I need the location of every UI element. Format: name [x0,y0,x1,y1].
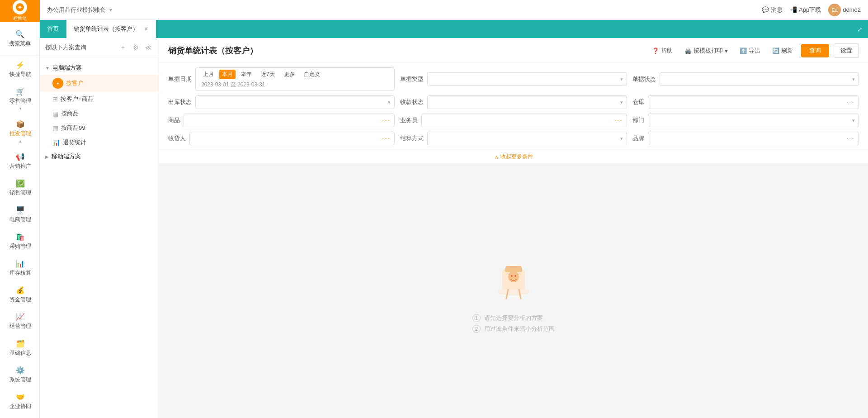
sidebar-item-label: 资金管理 [9,296,31,304]
download-label: App下载 [799,6,821,14]
warehouse-control[interactable]: ··· [648,95,859,109]
sidebar-item-purchase[interactable]: 🛍️ 采购管理 [0,228,39,255]
template-print-button[interactable]: 🖨️ 按模板打印 ▾ [681,45,731,57]
tab-sales-stats-label: 销货单统计表（按客户） [74,25,138,33]
sidebar-item-retail[interactable]: 🛒 零售管理 ▼ [0,83,39,115]
tree-item-by-customer[interactable]: ● 按客户 [40,75,159,92]
out-status-label: 出库状态 [168,98,192,106]
collapse-bar[interactable]: ∧ 收起更多条件 [159,150,868,163]
scheme-panel: 按以下方案查询 ＋ ⚙ ≪ ▼ 电脑端方案 ● [40,38,159,418]
department-dropdown: ▾ [852,118,855,124]
salesman-control[interactable]: ··· [421,114,627,127]
search-menu-icon: 🔍 [15,30,24,38]
hint-item-2: 2 用过滤条件来缩小分析范围 [472,325,555,333]
sidebar-item-ecommerce[interactable]: 🖥️ 电商管理 [0,201,39,228]
enterprise-icon: 🤝 [16,393,25,401]
type-filter-control[interactable]: ▾ [427,72,627,86]
filter-cell-salesman: 业务员 ··· [400,114,627,127]
sidebar-item-enterprise[interactable]: 🤝 企业协同 [0,388,39,415]
settings-button[interactable]: 设置 [834,43,859,58]
tab-home[interactable]: 首页 [40,20,66,38]
tree-item-return-stats[interactable]: 📊 退货统计 [40,135,159,150]
warehouse-label: 仓库 [632,98,644,106]
tree-group-mobile-header[interactable]: ▶ 移动端方案 [40,150,159,163]
filter-cell-settlement: 结算方式 ▾ [400,132,627,145]
refresh-button[interactable]: 🔄 刷新 [769,45,797,57]
date-range-text: 2023-03-01 至 2023-03-31 [201,81,265,89]
sidebar-item-quick-nav[interactable]: ⚡ 快捷导航 [0,56,39,83]
sidebar-item-label: 库存核算 [9,269,31,277]
svg-point-5 [511,275,513,277]
hint-item-1: 1 请先选择要分析的方案 [472,314,555,322]
sidebar-item-basic[interactable]: 🗂️ 基础信息 [0,335,39,361]
header-title: 办公用品行业模拟账套 [47,6,106,14]
settlement-control[interactable]: ▾ [427,132,627,145]
sidebar-item-search-menu[interactable]: 🔍 搜索菜单 [0,25,39,52]
collapse-scheme-button[interactable]: ≪ [143,43,153,52]
download-button[interactable]: 📲 App下载 [790,6,821,14]
out-status-control[interactable]: ▾ [195,95,395,109]
payment-control[interactable]: ▾ [427,95,627,109]
date-btn-7days[interactable]: 近7天 [257,70,278,79]
tree-group-arrow: ▼ [45,66,50,71]
settlement-dropdown: ▾ [620,136,623,142]
date-btn-this-month[interactable]: 本月 [219,70,236,79]
date-btn-last-month[interactable]: 上月 [199,70,217,79]
receiver-control[interactable]: ··· [189,132,395,145]
date-btn-more[interactable]: 更多 [280,70,298,79]
print-dropdown-icon[interactable]: ▾ [725,48,728,54]
active-dot-icon: ● [57,81,59,86]
goods-control[interactable]: ··· [184,114,395,127]
sidebar-item-finance[interactable]: 💰 资金管理 [0,281,39,308]
purchase-icon: 🛍️ [16,233,25,241]
tab-sales-stats[interactable]: 销货单统计表（按客户） ✕ [66,20,156,38]
export-icon: ⬆️ [740,48,747,54]
brand-control[interactable]: ··· [648,132,859,145]
expand-arrow-wholesale: ▲ [19,139,23,143]
date-filter-control[interactable]: 上月 本月 本年 近7天 更多 自定义 2023-03-01 至 2023-03… [195,67,395,91]
tree-group-desktop-header[interactable]: ▼ 电脑端方案 [40,61,159,75]
date-btn-custom[interactable]: 自定义 [300,70,324,79]
tab-expand-button[interactable]: ⤢ [852,24,868,34]
tree-item-icon: ▦ [52,124,58,132]
svg-rect-3 [505,266,522,272]
tab-close-button[interactable]: ✕ [144,26,148,32]
sidebar-item-operations[interactable]: 📈 经营管理 [0,308,39,335]
sidebar-item-inventory[interactable]: 📊 库存核算 [0,255,39,281]
status-filter-control[interactable]: ▾ [660,72,859,86]
date-btn-this-year[interactable]: 本年 [237,70,255,79]
export-button[interactable]: ⬆️ 导出 [736,45,764,57]
help-button[interactable]: ❓ 帮助 [648,45,676,57]
header-dropdown-icon[interactable]: ▾ [109,7,112,13]
status-filter-label: 单据状态 [632,75,656,83]
right-panel: 销货单统计表（按客户） ❓ 帮助 🖨️ 按模板打印 ▾ ⬆️ 导出 [159,38,868,418]
hint-text-1: 请先选择要分析的方案 [484,314,543,322]
query-button[interactable]: 查询 [801,44,829,57]
page-header: 销货单统计表（按客户） ❓ 帮助 🖨️ 按模板打印 ▾ ⬆️ 导出 [159,38,868,63]
tree-item-by-customer-goods[interactable]: ⊞ 按客户+商品 [40,92,159,106]
sidebar-item-guide[interactable]: 🆕 新手引导 [0,415,39,418]
department-control[interactable]: ▾ [648,114,859,127]
tree-item-label: 按客户+商品 [61,95,94,103]
tree-item-by-goods-99[interactable]: ▦ 按商品99 [40,121,159,135]
settings-scheme-button[interactable]: ⚙ [131,43,141,52]
sidebar-item-wholesale[interactable]: 📦 批发管理 ▲ [0,115,39,148]
messages-button[interactable]: 💬 消息 [762,6,783,14]
sidebar-item-label: 电商管理 [9,216,31,223]
sidebar-item-marketing[interactable]: 📢 营销推广 [0,148,39,175]
scheme-title: 按以下方案查询 [45,43,86,52]
export-label: 导出 [749,47,760,55]
filter-row-1: 单据日期 上月 本月 本年 近7天 更多 自定义 2023-03-01 至 20… [159,63,868,95]
expand-arrow-retail: ▼ [19,106,23,111]
content-area: 按以下方案查询 ＋ ⚙ ≪ ▼ 电脑端方案 ● [40,38,868,418]
filter-cell-date: 单据日期 上月 本月 本年 近7天 更多 自定义 2023-03-01 至 20… [168,67,395,91]
print-icon: 🖨️ [684,48,692,54]
tree-item-by-goods[interactable]: ▦ 按商品 [40,106,159,121]
user-profile[interactable]: Ea demo2 [828,4,861,16]
sidebar-item-system[interactable]: ⚙️ 系统管理 [0,361,39,388]
collapse-label: 收起更多条件 [500,153,533,161]
quick-nav-icon: ⚡ [16,61,25,69]
sidebar-item-sales[interactable]: 💹 销售管理 [0,175,39,201]
add-scheme-button[interactable]: ＋ [118,43,128,52]
ecommerce-icon: 🖥️ [16,206,25,214]
